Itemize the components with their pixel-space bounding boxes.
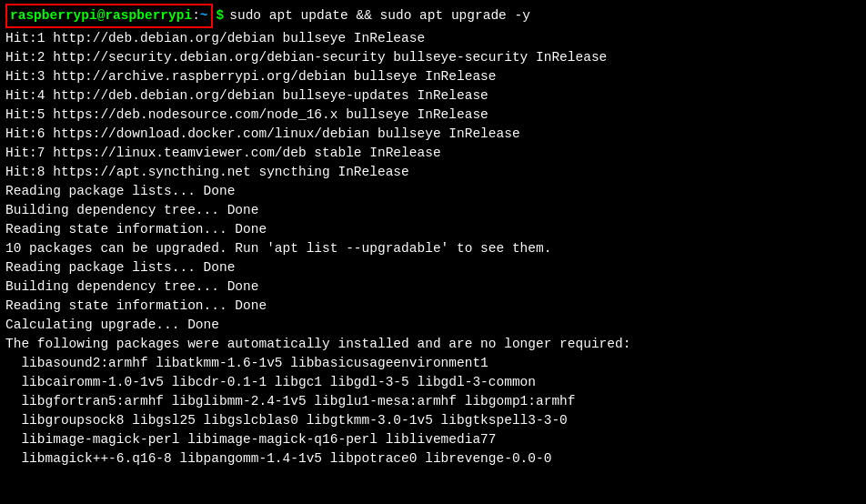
output-line: Hit:4 http://deb.debian.org/debian bulls… <box>5 86 861 106</box>
prompt-line[interactable]: raspberrypi@raspberrypi:~ $ sudo apt upd… <box>5 4 861 28</box>
prompt-dollar: $ <box>216 6 225 25</box>
output-line: Reading package lists... Done <box>5 182 861 201</box>
prompt-user: raspberrypi <box>10 6 97 25</box>
prompt-box: raspberrypi@raspberrypi:~ <box>5 4 213 28</box>
prompt-dir: ~ <box>200 6 208 25</box>
output-line: The following packages were automaticall… <box>5 335 861 354</box>
output-line: libimage-magick-perl libimage-magick-q16… <box>5 430 861 449</box>
output-line: Reading state information... Done <box>5 220 861 239</box>
prompt-command: sudo apt update && sudo apt upgrade -y <box>229 6 530 25</box>
output-line: Hit:2 http://security.debian.org/debian-… <box>5 48 861 67</box>
output-line: Building dependency tree... Done <box>5 277 861 297</box>
output-line: libgroupsock8 libgsl25 libgslcblas0 libg… <box>5 411 861 430</box>
output-line: 10 packages can be upgraded. Run 'apt li… <box>5 239 861 258</box>
prompt-at: @ <box>97 6 106 25</box>
output-line: libasound2:armhf libatkmm-1.6-1v5 libbas… <box>5 354 861 373</box>
output-line: Hit:8 https://apt.syncthing.net syncthin… <box>5 163 861 182</box>
output-line: Hit:3 http://archive.raspberrypi.org/deb… <box>5 67 861 86</box>
output-line: libgfortran5:armhf libglibmm-2.4-1v5 lib… <box>5 392 861 411</box>
output-line: Hit:6 https://download.docker.com/linux/… <box>5 125 861 144</box>
terminal-window: raspberrypi@raspberrypi:~ $ sudo apt upd… <box>0 0 866 504</box>
output-line: Building dependency tree... Done <box>5 201 861 220</box>
output-line: Reading package lists... Done <box>5 258 861 277</box>
output-line: Hit:1 http://deb.debian.org/debian bulls… <box>5 29 861 48</box>
output-line: libcairomm-1.0-1v5 libcdr-0.1-1 libgc1 l… <box>5 373 861 392</box>
output-line: Hit:7 https://linux.teamviewer.com/deb s… <box>5 144 861 163</box>
output-line: Calculating upgrade... Done <box>5 316 861 335</box>
prompt-colon: : <box>192 6 200 25</box>
output-line: Hit:5 https://deb.nodesource.com/node_16… <box>5 106 861 125</box>
output-line: Reading state information... Done <box>5 297 861 316</box>
prompt-host: raspberrypi <box>105 6 192 25</box>
terminal-output: Hit:1 http://deb.debian.org/debian bulls… <box>5 29 861 469</box>
output-line: libmagick++-6.q16-8 libpangomm-1.4-1v5 l… <box>5 449 861 469</box>
